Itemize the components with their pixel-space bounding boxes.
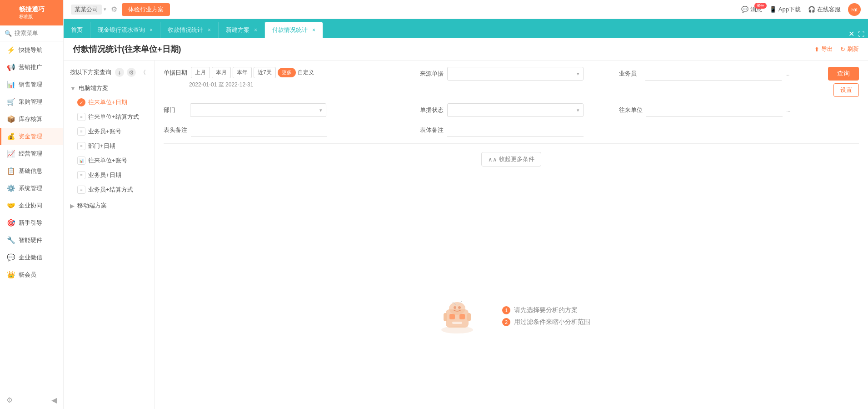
filter-settings-btn[interactable]: 设置 bbox=[833, 83, 859, 97]
tab-payment[interactable]: 付款情况统计 × bbox=[265, 22, 323, 38]
scheme-item-dept-date[interactable]: ≡ 部门+日期 bbox=[71, 139, 154, 153]
sidebar-item-guide[interactable]: 🎯 新手引导 bbox=[0, 214, 63, 232]
sidebar: 畅捷通巧 标准版 🔍 搜索菜单 ⚡ 快捷导航 📢 营销推广 📊 销售管理 🛒 采… bbox=[0, 0, 64, 409]
collapse-more-btn[interactable]: ∧∧ 收起更多条件 bbox=[481, 152, 541, 167]
sidebar-item-wechat[interactable]: 💬 企业微信 bbox=[0, 249, 63, 266]
tab-new-scheme-close-icon[interactable]: × bbox=[254, 27, 257, 33]
scheme-settings-btn[interactable]: ⚙ bbox=[127, 68, 136, 77]
note-header-item: 表头备注 bbox=[164, 123, 413, 137]
partner-input[interactable] bbox=[646, 103, 783, 117]
sidebar-item-purchase[interactable]: 🛒 采购管理 bbox=[0, 93, 63, 111]
company-selector[interactable]: 某某公司 ▾ bbox=[71, 5, 106, 15]
tab-collection[interactable]: 收款情况统计 × bbox=[160, 22, 219, 38]
source-select[interactable]: ▾ bbox=[447, 67, 584, 81]
refresh-label: 刷新 bbox=[847, 45, 859, 53]
tip-num-1: 1 bbox=[502, 306, 510, 314]
tab-new-scheme[interactable]: 新建方案 × bbox=[219, 22, 265, 38]
sidebar-item-member[interactable]: 👑 畅会员 bbox=[0, 266, 63, 283]
dept-select[interactable]: ▾ bbox=[190, 103, 326, 117]
scheme-item-label: 往来单位+账号 bbox=[88, 157, 127, 165]
page-title: 付款情况统计(往来单位+日期) bbox=[73, 44, 181, 55]
tab-home[interactable]: 首页 bbox=[64, 22, 90, 38]
online-service-btn[interactable]: 🎧 在线客服 bbox=[808, 5, 841, 14]
sidebar-item-quick-nav[interactable]: ⚡ 快捷导航 bbox=[0, 41, 63, 59]
scheme-item-unit-date[interactable]: ✓ 往来单位+日期 bbox=[71, 95, 154, 110]
scheme-item-label: 业务员+结算方式 bbox=[88, 186, 133, 194]
date-btn-last-7days[interactable]: 近7天 bbox=[254, 67, 276, 78]
empty-text: 1 请先选择要分析的方案 2 用过滤条件来缩小分析范围 bbox=[502, 306, 590, 326]
sidebar-item-operation[interactable]: 📈 经营管理 bbox=[0, 145, 63, 162]
sidebar-item-marketing[interactable]: 📢 营销推广 bbox=[0, 59, 63, 76]
scheme-item-label: 往来单位+结算方式 bbox=[88, 113, 139, 121]
salesman-input[interactable] bbox=[645, 67, 782, 81]
scheme-item-salesman-date[interactable]: ≡ 业务员+日期 bbox=[71, 168, 154, 182]
query-btn[interactable]: 查询 bbox=[828, 67, 859, 81]
status-select[interactable]: ▾ bbox=[447, 103, 584, 117]
message-btn[interactable]: 💬 消息 99+ bbox=[741, 5, 762, 14]
sidebar-bottom: ⚙ ◀ bbox=[0, 391, 63, 409]
tab-payment-close-icon[interactable]: × bbox=[312, 27, 315, 33]
note-body-input[interactable] bbox=[447, 123, 584, 137]
sidebar-item-label: 基础信息 bbox=[19, 167, 42, 175]
filter-panel: 单据日期 上月 本月 本年 近7天 更多 自定义 bbox=[155, 61, 868, 223]
scheme-collapse-btn[interactable]: 《 bbox=[139, 68, 148, 77]
settings-bottom-icon[interactable]: ⚙ bbox=[6, 396, 13, 404]
sidebar-search[interactable]: 🔍 搜索菜单 bbox=[0, 25, 63, 41]
sidebar-item-system[interactable]: ⚙️ 系统管理 bbox=[0, 180, 63, 197]
svg-point-9 bbox=[458, 306, 461, 309]
scheme-desktop-group: ▼ 电脑端方案 ✓ 往来单位+日期 ≡ 往来单位+结算方式 ≡ bbox=[64, 81, 154, 197]
header-settings-icon[interactable]: ⚙ bbox=[111, 5, 117, 14]
tab-maximize-icon[interactable]: ⛶ bbox=[858, 30, 864, 38]
dept-label: 部门 bbox=[164, 106, 186, 114]
user-avatar[interactable]: Rit bbox=[848, 3, 861, 16]
service-icon: 🎧 bbox=[808, 6, 815, 13]
date-range-text: 2022-01-01 至 2022-12-31 bbox=[189, 81, 253, 88]
date-btn-last-month[interactable]: 上月 bbox=[191, 67, 210, 78]
logo-sub: 标准版 bbox=[19, 14, 45, 20]
refresh-icon: ↻ bbox=[840, 46, 845, 53]
tab-collection-close-icon[interactable]: × bbox=[208, 27, 211, 33]
svg-point-7 bbox=[449, 302, 465, 315]
sidebar-item-basic[interactable]: 📋 基础信息 bbox=[0, 162, 63, 180]
chevron-down-icon: ▼ bbox=[70, 85, 76, 92]
scheme-item-unit-account[interactable]: 📊 往来单位+账号 bbox=[71, 153, 154, 168]
basic-icon: 📋 bbox=[7, 167, 15, 175]
date-btn-this-year[interactable]: 本年 bbox=[233, 67, 252, 78]
scheme-item-salesman-settle[interactable]: ≡ 业务员+结算方式 bbox=[71, 182, 154, 197]
date-btn-this-month[interactable]: 本月 bbox=[212, 67, 231, 78]
tab-bank-close-icon[interactable]: × bbox=[150, 27, 153, 33]
sidebar-item-enterprise[interactable]: 🤝 企业协同 bbox=[0, 197, 63, 214]
scheme-item-unit-settle[interactable]: ≡ 往来单位+结算方式 bbox=[71, 110, 154, 124]
scheme-item-label: 业务员+账号 bbox=[88, 127, 121, 136]
logo-text: 畅捷通巧 bbox=[19, 5, 45, 14]
industry-btn[interactable]: 体验行业方案 bbox=[122, 3, 170, 16]
partner-filter-item: 往来单位 ... bbox=[619, 103, 811, 117]
scheme-mobile-group-title[interactable]: ▶ 移动端方案 bbox=[64, 199, 154, 212]
empty-tip-2: 2 用过滤条件来缩小分析范围 bbox=[502, 318, 590, 326]
partner-more-icon[interactable]: ... bbox=[786, 107, 790, 113]
scheme-add-btn[interactable]: + bbox=[115, 68, 124, 77]
home-label: 首页 bbox=[71, 26, 83, 34]
scheme-item-salesman-account[interactable]: ≡ 业务员+账号 bbox=[71, 124, 154, 139]
collapse-sidebar-icon[interactable]: ◀ bbox=[51, 396, 57, 404]
sidebar-item-fund[interactable]: 💰 资金管理 bbox=[0, 128, 63, 145]
salesman-more-icon[interactable]: ... bbox=[785, 71, 789, 76]
inventory-icon: 📦 bbox=[7, 115, 15, 123]
scheme-desktop-group-title[interactable]: ▼ 电脑端方案 bbox=[64, 81, 154, 95]
export-btn[interactable]: ⬆ 导出 bbox=[814, 45, 833, 53]
scheme-mobile-group: ▶ 移动端方案 bbox=[64, 199, 154, 212]
user-name: Rit bbox=[851, 7, 857, 12]
tab-bank[interactable]: 现金银行流水查询 × bbox=[90, 22, 160, 38]
sidebar-item-sales[interactable]: 📊 销售管理 bbox=[0, 76, 63, 93]
svg-rect-2 bbox=[449, 314, 455, 319]
note-header-input[interactable] bbox=[191, 123, 327, 137]
refresh-btn[interactable]: ↻ 刷新 bbox=[840, 45, 859, 53]
sidebar-item-hardware[interactable]: 🔧 智能硬件 bbox=[0, 232, 63, 249]
sidebar-item-inventory[interactable]: 📦 库存核算 bbox=[0, 111, 63, 128]
tab-close-all-icon[interactable]: ✕ bbox=[848, 30, 854, 38]
scheme-sq-icon: ≡ bbox=[77, 186, 85, 194]
mobile-group-label: 移动端方案 bbox=[77, 202, 107, 210]
date-custom-btn[interactable]: 自定义 bbox=[298, 69, 314, 76]
date-btn-more[interactable]: 更多 bbox=[278, 68, 296, 77]
app-download-btn[interactable]: 📱 App下载 bbox=[769, 5, 801, 14]
